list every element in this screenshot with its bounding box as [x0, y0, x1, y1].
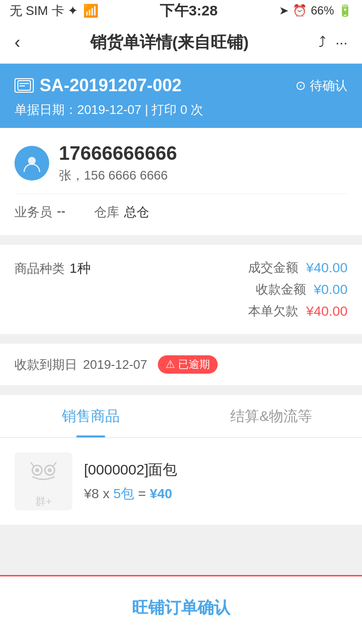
customer-phone: 17666666666 [59, 142, 177, 164]
date-separator: | [141, 102, 152, 117]
financial-stats: 成交金额 ¥40.00 收款金额 ¥0.00 本单欠款 ¥40.00 [248, 259, 348, 320]
customer-details: 业务员 -- 仓库 总仓 [14, 194, 348, 221]
svg-point-4 [35, 468, 39, 472]
bottom-bar: 旺铺订单确认 [0, 575, 362, 644]
tab-sales-products[interactable]: 销售商品 [0, 395, 181, 437]
status-clock-icon: ⊙ [295, 78, 306, 93]
print-label: 打印 [152, 102, 177, 117]
transaction-amount-row: 成交金额 ¥40.00 [248, 259, 348, 276]
tab-settlement-logistics[interactable]: 结算&物流等 [181, 395, 362, 437]
overdue-text: 已逾期 [178, 357, 210, 372]
owed-label: 本单欠款 [248, 303, 298, 320]
unit-price: ¥8 [84, 486, 99, 501]
location-icon: ➤ [279, 4, 289, 17]
product-type-info: 商品种类 1种 [14, 259, 91, 278]
alarm-icon: ⏰ [292, 4, 307, 17]
product-list: 群+ [0000002]面包 ¥8 x 5包 = ¥40 [0, 438, 362, 525]
customer-info: 17666666666 张，156 6666 6666 [59, 142, 177, 184]
date-label: 单据日期： [14, 102, 77, 117]
owed-value: ¥40.00 [306, 304, 348, 319]
type-value: 1种 [70, 259, 91, 278]
nav-right-actions: ⤴ ··· [319, 34, 348, 51]
quantity: 5包 [113, 486, 135, 501]
staff-label: 业务员 [14, 204, 52, 221]
back-button[interactable]: ‹ [14, 32, 20, 53]
order-id: SA-20191207-002 [40, 75, 181, 96]
overdue-badge: ⚠ 已逾期 [158, 355, 218, 374]
payment-amount-row: 收款金额 ¥0.00 [256, 281, 348, 298]
sim-label: 无 SIM 卡 ✦ [10, 2, 78, 19]
type-label: 商品种类 [14, 260, 65, 277]
status-left: 无 SIM 卡 ✦ 📶 [10, 2, 98, 19]
svg-point-5 [48, 468, 52, 472]
order-number: SA-20191207-002 [14, 75, 181, 96]
order-header: SA-20191207-002 ⊙ 待确认 单据日期：2019-12-07 | … [0, 64, 362, 128]
warehouse-value: 总仓 [124, 204, 149, 221]
status-bar: 无 SIM 卡 ✦ 📶 下午3:28 ➤ ⏰ 66% 🔋 [0, 0, 362, 21]
svg-point-1 [28, 157, 36, 165]
print-suffix: 次 [191, 102, 203, 117]
owed-amount-row: 本单欠款 ¥40.00 [248, 303, 348, 320]
avatar [14, 146, 49, 181]
payment-value: ¥0.00 [314, 282, 348, 297]
product-info: [0000002]面包 ¥8 x 5包 = ¥40 [84, 460, 348, 503]
status-time: 下午3:28 [160, 1, 218, 21]
transaction-label: 成交金额 [248, 259, 298, 276]
more-icon[interactable]: ··· [335, 34, 348, 51]
due-date: 2019-12-07 [83, 357, 147, 372]
multiply-sign: x [103, 486, 113, 501]
product-name: [0000002]面包 [84, 460, 348, 480]
total-price: ¥40 [150, 486, 172, 501]
staff-value: -- [57, 204, 65, 221]
order-date-value: 2019-12-07 [77, 102, 141, 117]
due-date-card: 收款到期日 2019-12-07 ⚠ 已逾期 [0, 344, 362, 385]
product-price-formula: ¥8 x 5包 = ¥40 [84, 485, 348, 503]
product-item: 群+ [0000002]面包 ¥8 x 5包 = ¥40 [0, 438, 362, 525]
warehouse-detail: 仓库 总仓 [94, 204, 149, 221]
watermark-text: 群+ [35, 494, 52, 509]
wifi-icon: 📶 [83, 3, 98, 18]
staff-detail: 业务员 -- [14, 204, 65, 221]
order-header-top: SA-20191207-002 ⊙ 待确认 [14, 75, 348, 96]
payment-label: 收款金额 [256, 281, 306, 298]
share-icon[interactable]: ⤴ [319, 34, 326, 51]
transaction-value: ¥40.00 [306, 260, 348, 276]
order-status: ⊙ 待确认 [295, 77, 348, 94]
status-text: 待确认 [310, 77, 348, 94]
page-title: 销货单详情(来自旺铺) [90, 31, 249, 54]
tab-settlement-label: 结算&物流等 [230, 406, 312, 426]
customer-top: 17666666666 张，156 6666 6666 [14, 142, 348, 184]
equals-sign: = [138, 486, 150, 501]
customer-card: 17666666666 张，156 6666 6666 业务员 -- 仓库 总仓 [0, 128, 362, 235]
battery-icon: 🔋 [338, 4, 352, 17]
tab-sales-label: 销售商品 [62, 406, 120, 426]
confirm-order-button[interactable]: 旺铺订单确认 [14, 586, 348, 630]
product-thumb-content: 群+ [24, 454, 63, 509]
status-right: ➤ ⏰ 66% 🔋 [279, 4, 352, 17]
order-date-line: 单据日期：2019-12-07 | 打印 0 次 [14, 101, 348, 118]
product-thumbnail: 群+ [14, 452, 72, 510]
order-type-icon [14, 78, 34, 93]
due-label: 收款到期日 [14, 356, 77, 373]
tabs-bar: 销售商品 结算&物流等 [0, 395, 362, 438]
battery-label: 66% [311, 4, 334, 17]
warehouse-label: 仓库 [94, 204, 119, 221]
overdue-icon: ⚠ [166, 358, 175, 371]
stats-card: 商品种类 1种 成交金额 ¥40.00 收款金额 ¥0.00 本单欠款 ¥40.… [0, 245, 362, 334]
nav-bar: ‹ 销货单详情(来自旺铺) ⤴ ··· [0, 21, 362, 64]
customer-name: 张，156 6666 6666 [59, 167, 177, 184]
print-count: 0 [180, 102, 187, 117]
